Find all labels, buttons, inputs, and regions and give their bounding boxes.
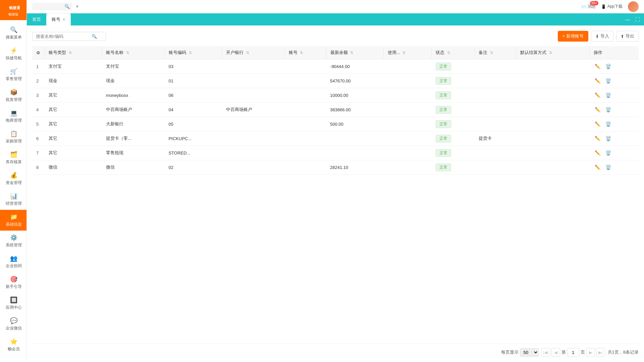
avatar[interactable] (628, 1, 639, 12)
cell-remark (475, 160, 516, 175)
tab-close-icon[interactable]: ✕ (62, 17, 65, 22)
export-button[interactable]: ⬆ 导出 (616, 31, 639, 42)
cell-remark (475, 103, 516, 117)
table-row: 5 其它 大新银行 05 500.00 正常 ✏️ 🗑️ (32, 117, 639, 131)
th-type[interactable]: 账号类型 ⇅ (45, 46, 102, 59)
cell-balance (326, 146, 383, 160)
tab-home[interactable]: 首页 (27, 13, 46, 25)
sidebar-item-inventory[interactable]: 🗂️ 库存核算 (0, 147, 26, 168)
sidebar-item-label: 企业微信 (6, 325, 22, 331)
cell-default-settle (516, 88, 590, 103)
accounts-table: ⚙ 账号类型 ⇅ 账号名称 ⇅ 账号编码 ⇅ 开户银行 ⇅ 账号 ⇅ 最新余额 … (32, 46, 639, 175)
th-name[interactable]: 账号名称 ⇅ (102, 46, 165, 59)
cell-bank: 中百商场账户 (222, 103, 285, 117)
cell-action: ✏️ 🗑️ (590, 131, 639, 146)
sidebar-item-system[interactable]: ⚙️ 系统管理 (0, 231, 26, 251)
sidebar-item-wechat[interactable]: 💬 企业微信 (0, 314, 26, 335)
total-label: 共1页，8条记录 (608, 349, 639, 355)
tab-expand-button[interactable]: ⛶ (634, 16, 641, 23)
status-badge: 正常 (436, 120, 451, 128)
add-account-button[interactable]: + 新增账号 (558, 31, 588, 42)
cell-status: 正常 (432, 160, 475, 175)
th-status[interactable]: 状态 ⇅ (432, 46, 475, 59)
edit-button[interactable]: ✏️ (594, 163, 602, 171)
edit-button[interactable]: ✏️ (594, 120, 602, 128)
th-default-settle[interactable]: 默认结算方式 ⇅ (516, 46, 590, 59)
toolbar: 🔍 + 新增账号 ⬇ 导入 ⬆ 导出 (32, 31, 639, 42)
sidebar-item-wholesale[interactable]: 📦 批发管理 (0, 85, 26, 106)
edit-button[interactable]: ✏️ (594, 106, 602, 114)
sidebar-item-retail[interactable]: 🛒 零售管理 (0, 64, 26, 85)
cell-balance: 500.00 (326, 117, 383, 131)
delete-button[interactable]: 🗑️ (604, 91, 612, 99)
delete-button[interactable]: 🗑️ (604, 77, 612, 85)
sidebar-item-appcenter[interactable]: 🔲 应用中心 (0, 293, 26, 314)
search-input[interactable] (36, 34, 90, 39)
cell-status: 正常 (432, 131, 475, 146)
delete-button[interactable]: 🗑️ (604, 62, 612, 70)
cell-usage (383, 88, 432, 103)
table-row: 2 现金 现金 01 547670.00 正常 ✏️ 🗑️ (32, 74, 639, 88)
delete-button[interactable]: 🗑️ (604, 106, 612, 114)
th-code[interactable]: 账号编码 ⇅ (164, 46, 222, 59)
edit-button[interactable]: ✏️ (594, 91, 602, 99)
target-icon: 🎯 (10, 276, 17, 283)
edit-button[interactable]: ✏️ (594, 149, 602, 157)
delete-button[interactable]: 🗑️ (604, 134, 612, 142)
sidebar-item-purchase[interactable]: 📋 采购管理 (0, 127, 26, 147)
sidebar-item-finance[interactable]: 💰 资金管理 (0, 168, 26, 189)
cell-name: 中百商场账户 (102, 103, 165, 117)
sidebar-item-basicinfo[interactable]: 📁 基础信息 (0, 210, 26, 231)
app-download[interactable]: 📱 App下载 (601, 4, 623, 9)
sidebar-item-member[interactable]: ⭐ 畅会员 (0, 335, 26, 355)
sidebar-item-ecommerce[interactable]: 💻 电商管理 (0, 106, 26, 127)
export-icon: ⬆ (621, 34, 624, 39)
tab-minimize-button[interactable]: — (624, 16, 631, 23)
prev-page-button[interactable]: ◀ (551, 348, 560, 357)
dropdown-icon[interactable]: ▼ (75, 4, 79, 9)
import-label: 导入 (600, 33, 609, 39)
delete-button[interactable]: 🗑️ (604, 163, 612, 171)
edit-button[interactable]: ✏️ (594, 134, 602, 142)
cell-type: 其它 (45, 88, 102, 103)
sidebar-item-cooperation[interactable]: 👥 企业协同 (0, 251, 26, 272)
th-settings[interactable]: ⚙ (32, 46, 45, 59)
delete-button[interactable]: 🗑️ (604, 149, 612, 157)
last-page-button[interactable]: ▶| (596, 348, 605, 357)
th-remark[interactable]: 备注 ⇅ (475, 46, 516, 59)
sidebar-item-quicknav[interactable]: ⚡ 快捷导航 (0, 44, 26, 64)
delete-button[interactable]: 🗑️ (604, 120, 612, 128)
th-bank[interactable]: 开户银行 ⇅ (222, 46, 285, 59)
cell-no: 4 (32, 103, 45, 117)
sidebar-item-search[interactable]: 🔍 搜索菜单 (0, 23, 26, 44)
cell-type: 其它 (45, 146, 102, 160)
tab-account[interactable]: 账号 ✕ (46, 13, 71, 25)
cell-no: 3 (32, 88, 45, 103)
sidebar-item-label: 资金管理 (6, 180, 22, 186)
sidebar-nav: 🔍 搜索菜单 ⚡ 快捷导航 🛒 零售管理 📦 批发管理 💻 电商管理 📋 采购管… (0, 20, 26, 362)
page-size-select[interactable]: 50 100 200 (520, 348, 539, 357)
th-account[interactable]: 账号 ⇅ (284, 46, 326, 59)
cell-name: 零售抵现 (102, 146, 165, 160)
edit-button[interactable]: ✏️ (594, 77, 602, 85)
cell-type: 其它 (45, 117, 102, 131)
cell-remark (475, 88, 516, 103)
topbar: 🔍 ▼ ✉️ 消息 99+ 📱 App下载 (27, 0, 644, 13)
import-button[interactable]: ⬇ 导入 (591, 31, 613, 42)
search-icon: 🔍 (92, 34, 97, 39)
th-balance[interactable]: 最新余额 ⇅ (326, 46, 383, 59)
info-icon: 📁 (10, 213, 17, 221)
page-number-input[interactable] (567, 348, 579, 357)
topbar-search-input[interactable] (36, 4, 62, 9)
topbar-message[interactable]: ✉️ 消息 99+ (581, 4, 596, 9)
next-page-button[interactable]: ▶ (586, 348, 595, 357)
cell-default-settle (516, 74, 590, 88)
cell-name: 提货卡（零... (102, 131, 165, 146)
first-page-button[interactable]: |◀ (541, 348, 550, 357)
th-usage[interactable]: 使用... ⇅ (383, 46, 432, 59)
tab-home-label: 首页 (32, 16, 41, 22)
sidebar-item-guide[interactable]: 🎯 新手引导 (0, 272, 26, 293)
sidebar-item-management[interactable]: 📊 经营管理 (0, 189, 26, 210)
sidebar-item-label: 企业协同 (6, 263, 22, 269)
edit-button[interactable]: ✏️ (594, 62, 602, 70)
